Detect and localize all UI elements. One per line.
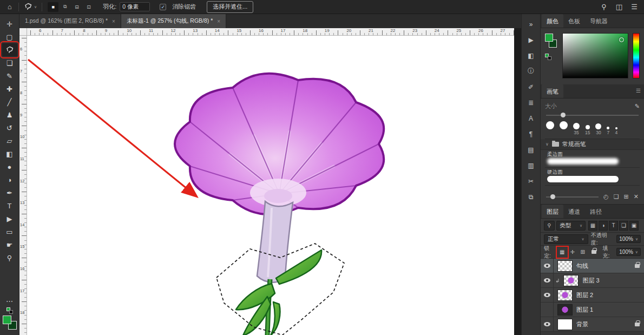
lock-image-pixels-icon[interactable]: ✛ <box>568 248 577 257</box>
tab-导航器[interactable]: 导航器 <box>585 14 613 28</box>
filter-adjustment-layers-icon[interactable]: ◑ <box>599 221 608 231</box>
visibility-toggle[interactable] <box>541 259 554 273</box>
gradient-tool[interactable]: ◧ <box>2 147 17 160</box>
lock-position-icon[interactable]: ⊞ <box>579 248 587 257</box>
brush-preset[interactable]: 15 <box>585 125 590 135</box>
new-brush-icon[interactable]: ⊞ <box>624 193 629 200</box>
visibility-toggle[interactable] <box>541 303 554 317</box>
hand-tool[interactable]: ☛ <box>2 238 17 251</box>
notes-panel-icon[interactable]: ✂ <box>524 174 538 188</box>
polygonal-lasso-tool[interactable] <box>2 43 17 56</box>
properties-panel-icon[interactable]: ◧ <box>524 49 538 62</box>
zoom-tool[interactable]: ⚲ <box>2 251 17 264</box>
current-tool-preview[interactable]: ∨ <box>22 1 38 13</box>
tab-图层[interactable]: 图层 <box>542 205 563 218</box>
panel-menu-icon[interactable]: ☰ <box>633 84 644 98</box>
brush-size-slider[interactable] <box>546 111 639 120</box>
brush-preset[interactable]: 35 <box>573 123 580 135</box>
tab-色板[interactable]: 色板 <box>563 14 585 28</box>
new-selection-button[interactable]: ■ <box>48 2 58 12</box>
path-selection-tool[interactable]: ▶ <box>2 212 17 225</box>
info-panel-icon[interactable]: ⓘ <box>524 64 538 78</box>
visibility-toggle[interactable] <box>541 288 554 302</box>
subtract-from-selection-button[interactable]: ⊟ <box>71 2 82 12</box>
layer-thumbnail[interactable] <box>563 275 579 286</box>
horizontal-ruler[interactable]: 6789101112131415161718192021222324252627 <box>27 28 514 36</box>
blur-tool[interactable]: ● <box>2 160 17 173</box>
tab-路径[interactable]: 路径 <box>585 205 607 218</box>
select-and-mask-button[interactable]: 选择并遮住... <box>207 1 253 13</box>
new-group-icon[interactable]: ❏ <box>614 193 619 200</box>
document-canvas[interactable] <box>27 36 514 335</box>
brush-group-header[interactable]: ∨ 常规画笔 <box>541 139 644 150</box>
brush-preset[interactable]: 4 <box>615 127 617 135</box>
type-tool[interactable]: T <box>2 199 17 212</box>
brush-item[interactable]: 硬边圆 <box>545 168 640 186</box>
edit-toolbar-icon[interactable]: ⋯ <box>2 294 17 307</box>
paragraph-panel-icon[interactable]: ¶ <box>524 127 538 141</box>
layer-row[interactable]: 图层 2 <box>541 288 644 303</box>
layer-filter-type-dropdown[interactable]: 类型 ∨ <box>556 221 586 231</box>
delete-brush-icon[interactable]: ✕ <box>634 193 639 200</box>
default-colors-icon[interactable] <box>545 54 551 60</box>
swatches-panel-icon[interactable]: ▤ <box>524 143 538 156</box>
brush-tool[interactable]: ╱ <box>2 95 17 108</box>
brush-angle-icon[interactable]: ◴ <box>603 193 609 200</box>
color-picker-marker[interactable] <box>619 37 624 42</box>
move-tool[interactable]: ✛ <box>2 17 17 30</box>
brush-settings-icon[interactable]: ✎ <box>635 103 640 110</box>
eraser-tool[interactable]: ▱ <box>2 134 17 147</box>
blend-mode-dropdown[interactable]: 正常 ∨ <box>544 234 588 244</box>
saturation-brightness-field[interactable] <box>562 33 628 78</box>
lock-all-icon[interactable] <box>589 248 597 257</box>
eyedropper-tool[interactable]: ✎ <box>2 69 17 82</box>
search-icon[interactable]: ⚲ <box>599 3 609 11</box>
opacity-dropdown[interactable]: 100% ∨ <box>616 235 641 243</box>
slider-knob[interactable] <box>561 113 566 117</box>
actions-panel-icon[interactable]: ▶ <box>524 33 538 47</box>
collapse-panels-icon[interactable]: » <box>524 17 538 31</box>
filter-smart-objects-icon[interactable]: ▣ <box>629 221 639 231</box>
layer-row[interactable]: ↳图层 3 <box>541 273 644 288</box>
clone-stamp-tool[interactable]: ♟ <box>2 108 17 121</box>
layer-thumbnail[interactable] <box>557 304 573 316</box>
stroke-smoothing-slider[interactable] <box>546 194 599 200</box>
styles-panel-icon[interactable]: ▥ <box>524 159 538 172</box>
healing-brush-tool[interactable]: ✚ <box>2 82 17 95</box>
crop-tool[interactable]: ❏ <box>2 56 17 69</box>
tab-通道[interactable]: 通道 <box>563 205 585 218</box>
document-tab[interactable]: 未标题-1 @ 257% (勾线, RGB/8) *× <box>121 14 226 28</box>
character-panel-icon[interactable]: A <box>524 111 538 125</box>
rectangle-tool[interactable]: ▭ <box>2 225 17 238</box>
layer-thumbnail[interactable] <box>557 260 573 272</box>
brush-item[interactable]: 柔边圆 <box>545 150 640 168</box>
filter-shape-layers-icon[interactable]: ❏ <box>619 221 628 231</box>
dodge-tool[interactable]: ◑ <box>2 173 17 186</box>
layer-search-icon[interactable]: ⚲ <box>544 221 555 231</box>
fill-dropdown[interactable]: 100% ∨ <box>616 248 641 256</box>
layer-row[interactable]: 背景 <box>541 317 644 332</box>
feather-input[interactable] <box>120 2 150 11</box>
home-icon[interactable]: ⌂ <box>4 3 15 11</box>
brush-preset[interactable]: 30 <box>595 123 601 135</box>
add-to-selection-button[interactable]: ⧉ <box>60 2 70 12</box>
tab-brushes[interactable]: 画笔 <box>542 84 563 98</box>
filter-pixel-layers-icon[interactable]: ▦ <box>588 221 597 231</box>
document-tab[interactable]: 1.psd @ 162% (图层 2, RGB/8) *× <box>19 14 121 28</box>
slider-knob[interactable] <box>550 194 555 199</box>
default-colors-icon[interactable] <box>6 307 13 314</box>
layer-thumbnail[interactable] <box>557 290 573 301</box>
hue-slider[interactable] <box>633 33 640 78</box>
marquee-tool[interactable]: ▢ <box>2 30 17 43</box>
pen-tool[interactable]: ✒ <box>2 186 17 199</box>
layer-row[interactable]: 勾线 <box>541 259 644 273</box>
brush-preset[interactable] <box>560 121 568 135</box>
visibility-toggle[interactable] <box>541 273 554 287</box>
layer-thumbnail[interactable] <box>557 319 573 330</box>
close-tab-icon[interactable]: × <box>112 18 115 24</box>
lock-transparent-pixels-icon[interactable]: ▦ <box>558 248 567 257</box>
foreground-color-swatch[interactable] <box>3 316 11 324</box>
measurement-log-panel-icon[interactable]: ≣ <box>524 96 538 109</box>
filter-type-layers-icon[interactable]: T <box>609 221 618 231</box>
ruler-origin[interactable] <box>19 28 27 36</box>
